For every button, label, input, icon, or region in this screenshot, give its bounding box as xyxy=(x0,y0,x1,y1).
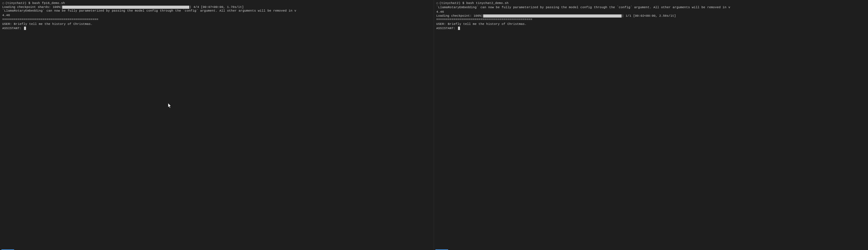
terminal-pane-left[interactable]: (tinychat2) $ bash fp16_demo.sh Loading … xyxy=(0,0,434,250)
loading-progress-left: Loading checkpoint shards: 100%|| 4/4 [0… xyxy=(2,5,431,9)
warning-version-left: 4.46 xyxy=(2,13,431,18)
terminal-cursor-icon xyxy=(458,27,460,30)
status-indicator-icon xyxy=(2,2,4,4)
command-line-right: (tinychat2) $ bash tinychat2_demo.sh xyxy=(436,1,866,5)
warning-version-right: 4.46 xyxy=(436,10,866,14)
terminal-pane-right[interactable]: (tinychat2) $ bash tinychat2_demo.sh `Ll… xyxy=(434,0,868,250)
prompt-prefix: (tinychat2) $ xyxy=(439,1,466,5)
user-input-left: USER: Briefly tell me the history of Chr… xyxy=(2,22,431,26)
prompt-prefix: (tinychat2) $ xyxy=(5,1,32,5)
command-text: bash tinychat2_demo.sh xyxy=(466,1,508,5)
warning-line-left: `LlamaRotaryEmbedding` can now be fully … xyxy=(2,9,431,13)
separator-line-left: ========================================… xyxy=(2,18,431,22)
loading-progress-right: Loading checkpoint: 100%|| 1/1 [00:02<00… xyxy=(436,14,866,18)
progress-bar-fill xyxy=(62,6,189,9)
command-line-left: (tinychat2) $ bash fp16_demo.sh xyxy=(2,1,431,5)
separator-line-right: ========================================… xyxy=(436,18,866,22)
terminal-cursor-icon xyxy=(24,27,26,30)
progress-bar-fill xyxy=(483,15,622,18)
assistant-output-right: ASSISTANT: xyxy=(436,26,866,31)
assistant-output-left: ASSISTANT: xyxy=(2,26,431,31)
warning-line-right: `LlamaRotaryEmbedding` can now be fully … xyxy=(436,5,866,9)
command-text: bash fp16_demo.sh xyxy=(32,1,65,5)
loading-label: Loading checkpoint shards: 100%| xyxy=(2,5,62,9)
loading-stats: | 4/4 [00:07<00:00, 1.78s/it] xyxy=(190,5,244,9)
status-indicator-icon xyxy=(436,2,438,4)
user-input-right: USER: Briefly tell me the history of Chr… xyxy=(436,22,866,26)
loading-label: Loading checkpoint: 100%| xyxy=(436,14,483,18)
loading-stats: | 1/1 [00:02<00:00, 2.58s/it] xyxy=(622,14,676,18)
